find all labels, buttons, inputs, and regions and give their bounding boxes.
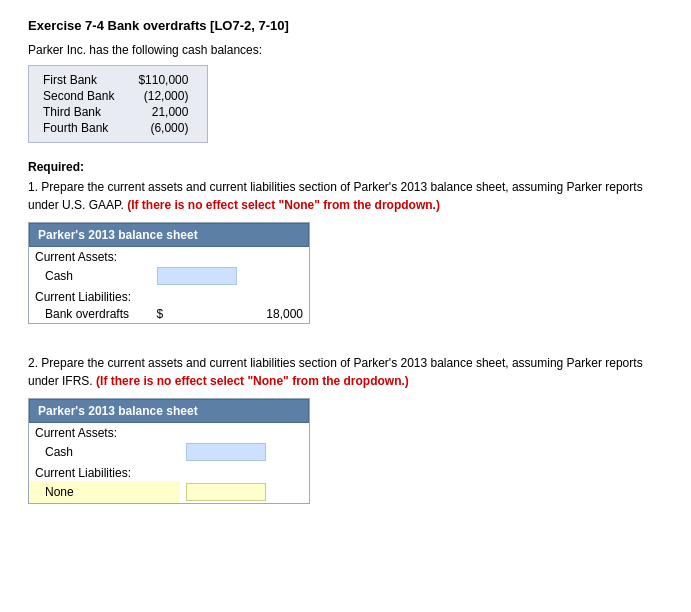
q1-dollar-sign: $ xyxy=(157,307,166,321)
question-1-block: 1. Prepare the current assets and curren… xyxy=(28,178,663,324)
bank-name: Fourth Bank xyxy=(39,120,134,136)
q2-current-assets-row: Current Assets: xyxy=(29,423,309,441)
q2-text: 2. Prepare the current assets and curren… xyxy=(28,354,663,390)
q2-current-liabilities-label: Current Liabilities: xyxy=(29,463,180,481)
q2-cash-row: Cash xyxy=(29,441,309,463)
q1-current-assets-row: Current Assets: xyxy=(29,247,309,265)
bank-amount: 21,000 xyxy=(134,104,192,120)
bank-amount: (12,000) xyxy=(134,88,192,104)
q1-cash-row: Cash xyxy=(29,265,309,287)
q1-balance-sheet: Parker's 2013 balance sheet Current Asse… xyxy=(28,222,310,324)
cash-balance-row: Fourth Bank(6,000) xyxy=(39,120,192,136)
q2-cash-label: Cash xyxy=(29,441,180,463)
q1-bank-overdrafts-label: Bank overdrafts xyxy=(29,305,151,323)
bank-name: Third Bank xyxy=(39,104,134,120)
cash-balances-box: First Bank$110,000Second Bank(12,000)Thi… xyxy=(28,65,208,143)
bank-name: First Bank xyxy=(39,72,134,88)
q1-bank-overdrafts-value: 18,000 xyxy=(254,305,309,323)
q1-current-assets-label: Current Assets: xyxy=(29,247,151,265)
q2-none-input[interactable] xyxy=(186,483,266,501)
q1-number: 1. xyxy=(28,180,38,194)
q2-cash-input[interactable] xyxy=(186,443,266,461)
intro-text: Parker Inc. has the following cash balan… xyxy=(28,43,663,57)
required-label: Required: xyxy=(28,160,663,174)
q2-red-note: (If there is no effect select "None" fro… xyxy=(96,374,409,388)
bank-amount: (6,000) xyxy=(134,120,192,136)
bank-amount: $110,000 xyxy=(134,72,192,88)
cash-balance-row: First Bank$110,000 xyxy=(39,72,192,88)
page-title: Exercise 7-4 Bank overdrafts [LO7-2, 7-1… xyxy=(28,18,663,33)
q2-number: 2. xyxy=(28,356,38,370)
q2-bs-table: Current Assets: Cash Current Liabilities… xyxy=(29,423,309,503)
q2-current-liabilities-row: Current Liabilities: xyxy=(29,463,309,481)
q1-text: 1. Prepare the current assets and curren… xyxy=(28,178,663,214)
q1-current-liabilities-row: Current Liabilities: xyxy=(29,287,309,305)
q1-sheet-title: Parker's 2013 balance sheet xyxy=(29,223,309,247)
cash-balance-row: Third Bank21,000 xyxy=(39,104,192,120)
q1-cash-input[interactable] xyxy=(157,267,237,285)
q1-red-note: (If there is no effect select "None" fro… xyxy=(127,198,440,212)
q2-none-label: None xyxy=(29,481,180,503)
q2-sheet-title: Parker's 2013 balance sheet xyxy=(29,399,309,423)
q2-current-assets-label: Current Assets: xyxy=(29,423,180,441)
q1-cash-label: Cash xyxy=(29,265,151,287)
cash-balances-table: First Bank$110,000Second Bank(12,000)Thi… xyxy=(39,72,192,136)
cash-balance-row: Second Bank(12,000) xyxy=(39,88,192,104)
q1-bank-overdrafts-row: Bank overdrafts $ 18,000 xyxy=(29,305,309,323)
q2-balance-sheet: Parker's 2013 balance sheet Current Asse… xyxy=(28,398,310,504)
q2-none-row: None xyxy=(29,481,309,503)
bank-name: Second Bank xyxy=(39,88,134,104)
q1-bs-table: Current Assets: Cash Current Liabilities… xyxy=(29,247,309,323)
question-2-block: 2. Prepare the current assets and curren… xyxy=(28,354,663,504)
q1-current-liabilities-label: Current Liabilities: xyxy=(29,287,151,305)
